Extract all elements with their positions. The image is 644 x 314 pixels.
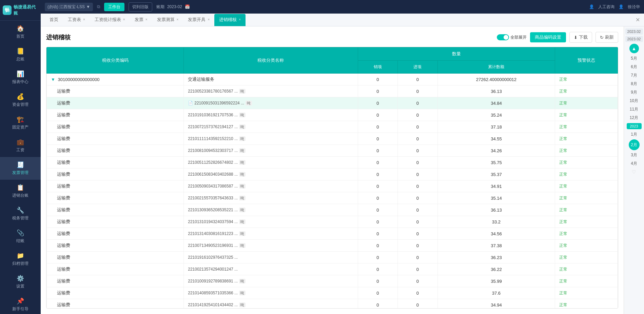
cal-month-5[interactable]: 5月 (625, 54, 643, 63)
cal-month-3[interactable]: 3月 (625, 151, 643, 159)
sidebar-item-tax[interactable]: 🔧 税务管理 (0, 202, 41, 225)
sidebar-item-label: 首页 (16, 34, 24, 39)
top-bar-right: 👤 人工咨询 👤 徐泾华 (589, 4, 640, 10)
workspace-button[interactable]: 工作台 (104, 3, 124, 11)
table-row[interactable]: 运输费 22101910361921707536 ...吨 0 0 35.24 … (47, 109, 618, 121)
sidebar-item-guide[interactable]: 📌 新手引导 (0, 293, 41, 314)
tab-salary-close[interactable]: × (83, 18, 85, 21)
row-status: 正常 (555, 216, 618, 228)
sidebar-item-assets[interactable]: 🏗️ 固定资产 (0, 112, 41, 134)
tab-invoice[interactable]: 发票 × (130, 14, 152, 26)
company-selector[interactable]: (勿动) 江西报宝-LSS ▼ (45, 3, 93, 11)
row-invoice-code: 22100713490523196931 ...吨 (184, 240, 358, 252)
row-name: 运输费 (47, 97, 184, 109)
table-row[interactable]: 运输费 22100215570357643633 ...吨 0 0 35.14 … (47, 192, 618, 204)
sidebar-item-invoice[interactable]: 🧾 发票管理 (0, 157, 41, 180)
tab-home[interactable]: 首页 (45, 14, 63, 26)
sidebar-item-close[interactable]: 📎 结账 (0, 225, 41, 248)
row-name: 运输费 (47, 180, 184, 192)
table-row[interactable]: 运输费 22101408593571035366 ...吨 0 0 37.6 正… (47, 287, 618, 299)
header-actions: 全部展开 商品编码设置 ⬇ 下载 ↻ 刷新 (497, 32, 618, 43)
table-row[interactable]: 运输费 22100523381780176567 ...吨 0 0 36.13 … (47, 85, 618, 97)
table-row[interactable]: 运输费 22100509034317086587 ...吨 0 0 34.91 … (47, 180, 618, 192)
unit-tag: 吨 (239, 136, 246, 141)
cal-month-4[interactable]: 4月 (625, 159, 643, 168)
table-row[interactable]: 运输费 22101419254101434402 ...吨 0 0 34.94 … (47, 299, 618, 309)
cal-month-12[interactable]: 12月 (625, 114, 643, 122)
refresh-button[interactable]: ↻ 刷新 (596, 32, 618, 43)
sidebar-item-salary[interactable]: 💼 工资 (0, 134, 41, 157)
tab-salary-report[interactable]: 工资统计报表 × (90, 14, 130, 26)
table-row[interactable]: 运输费 22101916102976437325 ... 0 0 36.23 正… (47, 252, 618, 263)
cal-month-1[interactable]: 1月 (625, 130, 643, 139)
table-row[interactable]: 运输费 22100713490523196931 ...吨 0 0 37.38 … (47, 240, 618, 252)
user-name[interactable]: 徐泾华 (628, 4, 640, 10)
switch-old-button[interactable]: 切到旧版 (129, 2, 152, 12)
cal-month-11[interactable]: 11月 (625, 105, 643, 114)
row-cumulative: 35.99 (437, 275, 555, 287)
tab-invoice-calc-close[interactable]: × (177, 18, 179, 21)
group-purchase: 0 (398, 74, 438, 85)
row-cumulative: 36.23 (437, 252, 555, 263)
table-row[interactable]: 运输费 22101310194324037594 ...吨 0 0 33.2 正… (47, 216, 618, 228)
settings-button[interactable]: 商品编码设置 (530, 32, 566, 42)
row-sale: 0 (358, 180, 398, 192)
expand-toggle[interactable]: 全部展开 (497, 34, 527, 40)
invoice-icon: 🧾 (17, 161, 24, 169)
header-tax-code: 税收分类编码 (47, 47, 184, 74)
cal-month-10[interactable]: 10月 (625, 97, 643, 105)
sidebar-item-archive[interactable]: 📁 归档管理 (0, 248, 41, 271)
table-row[interactable]: 运输费 22100511252826674802 ...吨 0 0 35.75 … (47, 157, 618, 169)
sidebar-item-ledger[interactable]: 📒 总账 (0, 43, 41, 66)
table-row[interactable]: ▼ 30100000000000000 交通运输服务 0 0 27262.400… (47, 74, 618, 85)
row-purchase: 0 (398, 97, 438, 109)
reports-icon: 📊 (17, 70, 24, 78)
row-invoice-code: 22101916102976437325 ... (184, 252, 358, 263)
tab-sales-verify-close[interactable]: × (239, 18, 241, 21)
cal-month-7[interactable]: 7月 (625, 71, 643, 80)
row-invoice-code: 22101910361921707536 ...吨 (184, 109, 358, 121)
table-row[interactable]: 运输费 22101111143592152210 ...吨 0 0 34.55 … (47, 133, 618, 145)
table-row[interactable]: 运输费 📄22100915031396592224 ...吨 0 0 34.84… (47, 97, 618, 109)
sidebar-item-home[interactable]: 🏠 首页 (0, 21, 41, 43)
tab-sales-verify[interactable]: 进销稽核 × (214, 14, 246, 26)
tab-salary-report-close[interactable]: × (123, 18, 125, 21)
cal-month-8[interactable]: 8月 (625, 80, 643, 88)
tab-invoice-close[interactable]: × (145, 18, 148, 21)
toggle-track[interactable] (497, 34, 509, 40)
table-row[interactable]: 运输费 22101309365208535221 ...吨 0 0 36.13 … (47, 204, 618, 216)
expand-icon[interactable]: ▼ (51, 77, 55, 82)
close-all-button[interactable]: ✕ (636, 17, 640, 23)
table-row[interactable]: 运输费 22101314030816191223 ...吨 0 0 34.56 … (47, 228, 618, 240)
sidebar-item-reports[interactable]: 📊 报表中心 (0, 66, 41, 89)
sidebar-item-label: 设置 (16, 283, 24, 289)
cal-month-6[interactable]: 6月 (625, 63, 643, 71)
close-period-icon: 📎 (17, 229, 24, 237)
table-row[interactable]: 运输费 22100810094532303717 ...吨 0 0 34.26 … (47, 145, 618, 157)
sidebar-item-funds[interactable]: 💰 资金管理 (0, 89, 41, 112)
sidebar-item-sales-ledger[interactable]: 📋 进销台账 (0, 180, 41, 202)
cal-month-2-active[interactable]: 2月 (629, 139, 640, 150)
tab-salary[interactable]: 工资表 × (63, 14, 90, 26)
table-row[interactable]: 运输费 22100721573762194127 ...吨 0 0 37.18 … (47, 121, 618, 133)
row-status: 正常 (555, 85, 618, 97)
row-cumulative: 34.26 (437, 145, 555, 157)
download-button[interactable]: ⬇ 下载 (569, 32, 592, 43)
table-row[interactable]: 运输费 22101009192789838691 ...吨 0 0 35.99 … (47, 275, 618, 287)
service-label[interactable]: 人工咨询 (598, 4, 614, 10)
copy-icon[interactable]: ⧉ (97, 4, 100, 9)
row-invoice-code: 22101419254101434402 ...吨 (184, 299, 358, 309)
cal-up-button[interactable]: ▲ (629, 44, 639, 53)
sidebar-item-settings[interactable]: ⚙️ 设置 (0, 271, 41, 293)
table-row[interactable]: 运输费 22100615083403402688 ...吨 0 0 35.37 … (47, 169, 618, 180)
tab-invoice-issue-close[interactable]: × (208, 18, 210, 21)
heart-icon[interactable]: ♡ (632, 169, 636, 175)
cal-month-9[interactable]: 9月 (625, 88, 643, 97)
tab-invoice-issue[interactable]: 发票开具 × (183, 14, 214, 26)
app-name: 畅捷通易代账 (14, 4, 38, 16)
calendar-icon[interactable]: 📅 (185, 4, 190, 9)
table-row[interactable]: 运输费 22100213574294001247 ... 0 0 36.22 正… (47, 263, 618, 275)
tab-invoice-calc[interactable]: 发票测算 × (152, 14, 183, 26)
unit-tag: 吨 (246, 101, 252, 105)
row-cumulative: 34.84 (437, 97, 555, 109)
